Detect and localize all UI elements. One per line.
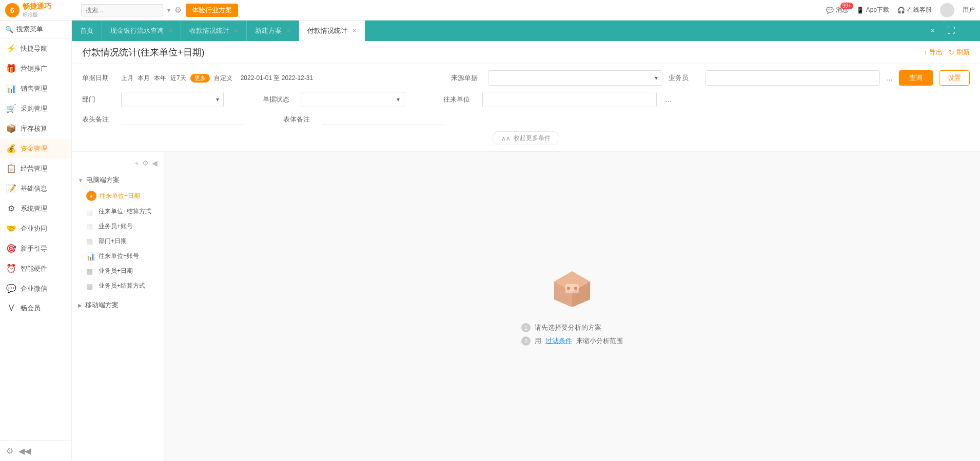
collapse-panel-icon[interactable]: ◀ bbox=[152, 159, 158, 167]
sidebar-item-system[interactable]: ⚙ 系统管理 bbox=[0, 198, 71, 218]
expand-tab-icon[interactable]: ⛶ bbox=[943, 26, 959, 35]
step-num-2: 2 bbox=[521, 336, 531, 346]
search-input[interactable] bbox=[81, 4, 163, 16]
sidebar-item-member[interactable]: V 畅会员 bbox=[0, 298, 71, 318]
source-select[interactable]: ▾ bbox=[488, 70, 662, 86]
tab-home-label: 首页 bbox=[80, 26, 93, 35]
partner-dots[interactable]: ... bbox=[665, 95, 672, 104]
date-range-display: 2022-01-01 至 2022-12-31 bbox=[241, 74, 313, 83]
mobile-section-label: 移动端方案 bbox=[85, 300, 119, 310]
step-2-link[interactable]: 过滤条件 bbox=[545, 336, 572, 346]
tab-new-plan-close[interactable]: × bbox=[287, 27, 290, 34]
dept-filter-label: 部门 bbox=[82, 95, 113, 104]
settings-button[interactable]: 设置 bbox=[939, 70, 970, 86]
right-content: 1 请先选择要分析的方案 2 用 过滤条件 来缩小分析范围 bbox=[164, 152, 980, 461]
chevron-down-icon[interactable]: ▾ bbox=[167, 7, 170, 14]
filter-area: 单据日期 上月 本月 本年 近7天 更多 自定义 2022-01-01 至 20… bbox=[72, 64, 980, 152]
scheme-agent-settle[interactable]: ▦ 业务员+结算方式 bbox=[72, 278, 164, 293]
settings-bottom-icon[interactable]: ⚙ bbox=[6, 446, 13, 456]
tab-payment-stats[interactable]: 付款情况统计 × bbox=[299, 21, 365, 41]
tab-receipt-stats-close[interactable]: × bbox=[234, 27, 238, 34]
tab-receipt-stats[interactable]: 收款情况统计 × bbox=[181, 21, 247, 41]
table-note-input[interactable] bbox=[121, 113, 244, 125]
date-btn-last-month[interactable]: 上月 bbox=[121, 74, 133, 83]
trial-button[interactable]: 体验行业方案 bbox=[186, 4, 238, 17]
agent-filter-label: 业务员 bbox=[669, 73, 699, 83]
page-header: 付款情况统计(往来单位+日期) ↑ 导出 ↻ 刷新 bbox=[72, 41, 980, 64]
user-name[interactable]: 用户 bbox=[963, 6, 975, 14]
export-button[interactable]: ↑ 导出 bbox=[924, 48, 943, 57]
scheme-settings-icon[interactable]: ⚙ bbox=[142, 159, 149, 167]
date-btn-7days[interactable]: 近7天 bbox=[170, 74, 186, 83]
collab-icon: 🤝 bbox=[6, 224, 16, 233]
doc-status-select[interactable]: ▾ bbox=[302, 92, 404, 107]
body-note-filter-label: 表体备注 bbox=[283, 115, 314, 124]
scheme-agent-date[interactable]: ▦ 业务员+日期 bbox=[72, 264, 164, 278]
guide-icon: 🎯 bbox=[6, 244, 16, 253]
sidebar-item-collab[interactable]: 🤝 企业协同 bbox=[0, 218, 71, 238]
step-1-text: 请先选择要分析的方案 bbox=[535, 323, 601, 332]
sidebar-item-hardware[interactable]: ⏰ 智能硬件 bbox=[0, 258, 71, 278]
tab-home[interactable]: 首页 bbox=[72, 21, 102, 41]
sidebar-item-label: 基础信息 bbox=[21, 184, 47, 193]
logo-sub: 标准版 bbox=[23, 11, 51, 18]
sidebar-item-marketing[interactable]: 🎁 营销推广 bbox=[0, 58, 71, 78]
close-tab-icon[interactable]: × bbox=[926, 26, 939, 35]
tab-new-plan[interactable]: 新建方案 × bbox=[247, 21, 299, 41]
sidebar-item-label: 销售管理 bbox=[21, 84, 47, 93]
doc-status-chevron-icon: ▾ bbox=[397, 96, 400, 103]
partner-select[interactable] bbox=[482, 92, 657, 107]
agent-select[interactable] bbox=[705, 70, 880, 86]
sidebar-item-label: 系统管理 bbox=[21, 204, 47, 213]
sidebar-item-purchase[interactable]: 🛒 采购管理 bbox=[0, 98, 71, 118]
logo-area: 6 畅捷通巧 标准版 bbox=[5, 2, 77, 18]
sidebar-item-operations[interactable]: 📋 经营管理 bbox=[0, 158, 71, 178]
date-btn-custom[interactable]: 自定义 bbox=[214, 74, 232, 83]
dept-select[interactable]: ▾ bbox=[121, 92, 224, 107]
scheme-dept-date[interactable]: ▦ 部门+日期 bbox=[72, 234, 164, 249]
collapse-filter-btn[interactable]: ∧∧ 收起更多条件 bbox=[493, 131, 559, 145]
sidebar-item-guide[interactable]: 🎯 新手引导 bbox=[0, 238, 71, 258]
query-button[interactable]: 查询 bbox=[899, 70, 933, 86]
add-scheme-icon[interactable]: + bbox=[135, 159, 139, 167]
sidebar-item-label: 采购管理 bbox=[21, 104, 47, 113]
sidebar-item-label: 经营管理 bbox=[21, 164, 47, 173]
scheme-partner-account[interactable]: 📊 往来单位+账号 bbox=[72, 249, 164, 264]
desktop-section-header[interactable]: ▼ 电脑端方案 bbox=[72, 172, 164, 188]
avatar[interactable] bbox=[940, 3, 954, 17]
filter-row-2: 部门 ▾ 单据状态 ▾ 往来单位 ... bbox=[82, 92, 970, 107]
gear-icon[interactable]: ⚙ bbox=[174, 5, 182, 15]
sidebar-item-search[interactable]: 🔍 搜索菜单 bbox=[0, 21, 71, 38]
sidebar-item-sales[interactable]: 📊 销售管理 bbox=[0, 78, 71, 98]
sidebar-item-capital[interactable]: 💰 资金管理 bbox=[0, 138, 71, 158]
date-btn-more[interactable]: 更多 bbox=[190, 74, 210, 83]
online-service-btn[interactable]: 🎧 在线客服 bbox=[897, 6, 932, 14]
date-btn-this-year[interactable]: 本年 bbox=[154, 74, 166, 83]
sidebar-item-quick-nav[interactable]: ⚡ 快捷导航 bbox=[0, 38, 71, 58]
notification-btn[interactable]: 💬 消息 99+ bbox=[826, 6, 848, 14]
app-download-btn[interactable]: 📱 App下载 bbox=[856, 6, 889, 14]
search-icon: 🔍 bbox=[5, 26, 13, 33]
mobile-section-header[interactable]: ▶ 移动端方案 bbox=[72, 297, 164, 313]
tab-bank-flow-label: 现金银行流水查询 bbox=[110, 26, 164, 35]
sidebar-item-basic-info[interactable]: 📝 基础信息 bbox=[0, 178, 71, 198]
source-filter-label: 来源单据 bbox=[451, 73, 482, 83]
body-note-input[interactable] bbox=[322, 113, 445, 125]
sidebar-item-inventory[interactable]: 📦 库存核算 bbox=[0, 118, 71, 138]
scheme-partner-settle[interactable]: ▦ 往来单位+结算方式 bbox=[72, 204, 164, 219]
scheme-agent-account[interactable]: ▦ 业务员+账号 bbox=[72, 219, 164, 234]
active-dot-icon: ● bbox=[86, 191, 96, 201]
scheme-partner-date[interactable]: ● 往来单位+日期 bbox=[72, 188, 164, 204]
tab-payment-stats-close[interactable]: × bbox=[352, 27, 356, 34]
sidebar-item-label: 企业微信 bbox=[21, 284, 47, 293]
refresh-label: 刷新 bbox=[956, 48, 970, 57]
agent-dots[interactable]: ... bbox=[886, 73, 893, 83]
refresh-button[interactable]: ↻ 刷新 bbox=[949, 48, 970, 57]
sidebar-item-wechat[interactable]: 💬 企业微信 bbox=[0, 278, 71, 298]
tab-bank-flow[interactable]: 现金银行流水查询 × bbox=[102, 21, 181, 41]
service-icon: 🎧 bbox=[897, 7, 905, 14]
date-btn-this-month[interactable]: 本月 bbox=[138, 74, 150, 83]
tab-payment-stats-label: 付款情况统计 bbox=[307, 26, 347, 35]
collapse-sidebar-icon[interactable]: ◀◀ bbox=[18, 446, 31, 456]
tab-bank-flow-close[interactable]: × bbox=[169, 27, 172, 34]
